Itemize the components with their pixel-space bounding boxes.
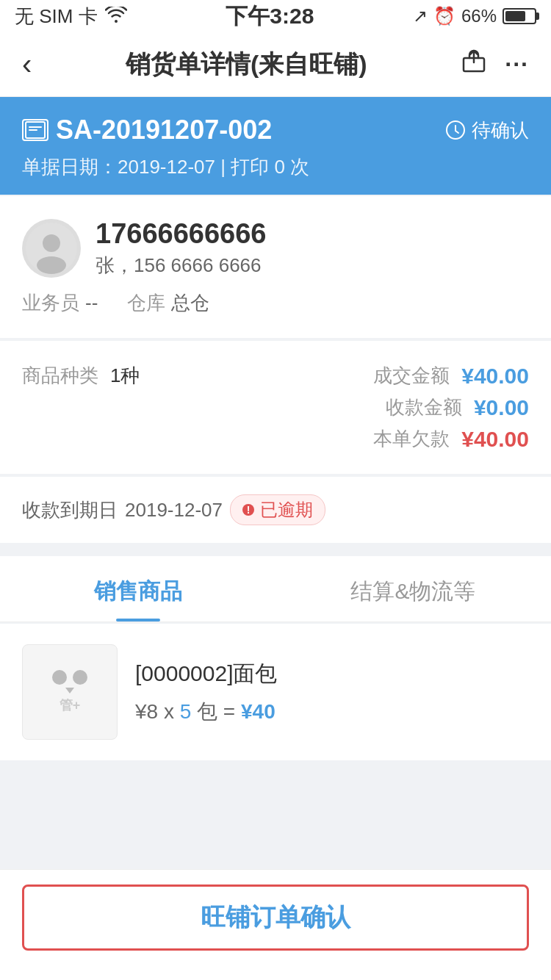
- product-price: ¥8 x 5 包 = ¥40: [135, 698, 529, 726]
- order-status: 待确认: [445, 118, 529, 143]
- product-thumbnail: 管+: [22, 644, 118, 740]
- order-date: 单据日期：2019-12-07 | 打印 0 次: [22, 154, 529, 180]
- alarm-icon: ⏰: [433, 6, 455, 26]
- product-name: [0000002]面包: [135, 659, 529, 689]
- more-button[interactable]: ···: [505, 51, 529, 78]
- status-bar: 无 SIM 卡 下午3:28 ↗ ⏰ 66%: [0, 0, 551, 32]
- due-date-value: 2019-12-07: [125, 499, 223, 522]
- customer-meta: 业务员 -- 仓库 总仓: [22, 290, 529, 316]
- tab-sales-products[interactable]: 销售商品: [0, 556, 276, 621]
- svg-point-5: [37, 256, 66, 274]
- order-icon: [22, 119, 48, 141]
- warehouse: 仓库 总仓: [127, 290, 209, 316]
- product-item: 管+ [0000002]面包 ¥8 x 5 包 = ¥40: [0, 624, 551, 760]
- battery-icon: [503, 8, 536, 24]
- product-type: 商品种类 1种: [22, 363, 140, 389]
- summary-card: 商品种类 1种 成交金额 ¥40.00 收款金额 ¥0.00 本单欠款 ¥40.…: [0, 341, 551, 474]
- status-bar-time: 下午3:28: [226, 1, 314, 32]
- battery-fill: [505, 11, 525, 21]
- carrier-label: 无 SIM 卡: [15, 4, 98, 29]
- customer-info: 17666666666 张，156 6666 6666: [96, 218, 266, 278]
- order-header: SA-20191207-002 待确认 单据日期：2019-12-07 | 打印…: [0, 97, 551, 195]
- svg-point-4: [43, 234, 60, 252]
- customer-card: 17666666666 张，156 6666 6666 业务员 -- 仓库 总仓: [0, 196, 551, 338]
- nav-bar: ‹ 销货单详情(来自旺铺) ···: [0, 32, 551, 97]
- customer-phone: 17666666666: [96, 218, 266, 250]
- divider-3: [0, 543, 551, 544]
- sales-rep: 业务员 --: [22, 290, 98, 316]
- bottom-bar: 旺铺订单确认: [0, 869, 551, 980]
- tab-settlement[interactable]: 结算&物流等: [276, 556, 551, 621]
- location-icon: ↗: [413, 6, 428, 26]
- owed-amount-row: 本单欠款 ¥40.00: [373, 426, 529, 452]
- nav-right: ···: [461, 48, 529, 81]
- avatar: [22, 219, 81, 278]
- tabs: 销售商品 结算&物流等: [0, 556, 551, 622]
- back-button[interactable]: ‹: [22, 48, 32, 81]
- product-info: [0000002]面包 ¥8 x 5 包 = ¥40: [135, 659, 529, 726]
- order-id-row: SA-20191207-002 待确认: [22, 115, 529, 145]
- battery-percent: 66%: [461, 6, 497, 26]
- customer-name: 张，156 6666 6666: [96, 253, 266, 278]
- status-bar-left: 无 SIM 卡: [15, 4, 127, 29]
- order-id: SA-20191207-002: [22, 115, 272, 145]
- due-date-label: 收款到期日: [22, 497, 118, 523]
- divider-2: [0, 474, 551, 475]
- product-section: 管+ [0000002]面包 ¥8 x 5 包 = ¥40: [0, 624, 551, 760]
- nav-title: 销货单详情(来自旺铺): [126, 48, 367, 82]
- owl-beak-icon: [65, 688, 74, 693]
- owl-text-icon: 管+: [60, 696, 81, 714]
- owl-eyes-icon: [52, 670, 87, 685]
- wifi-icon: [105, 5, 127, 28]
- amount-summary: 成交金额 ¥40.00 收款金额 ¥0.00 本单欠款 ¥40.00: [373, 363, 529, 452]
- confirm-order-button[interactable]: 旺铺订单确认: [22, 884, 529, 951]
- product-thumb-inner: 管+: [52, 670, 87, 714]
- overdue-dot-icon: !: [242, 504, 254, 516]
- divider-1: [0, 338, 551, 339]
- status-bar-right: ↗ ⏰ 66%: [413, 6, 536, 26]
- customer-row: 17666666666 张，156 6666 6666: [22, 218, 529, 278]
- deal-amount-row: 成交金额 ¥40.00: [373, 363, 529, 389]
- share-icon[interactable]: [461, 48, 487, 81]
- overdue-badge: ! 已逾期: [230, 494, 325, 525]
- due-date-card: 收款到期日 2019-12-07 ! 已逾期: [0, 477, 551, 543]
- received-amount-row: 收款金额 ¥0.00: [386, 394, 529, 420]
